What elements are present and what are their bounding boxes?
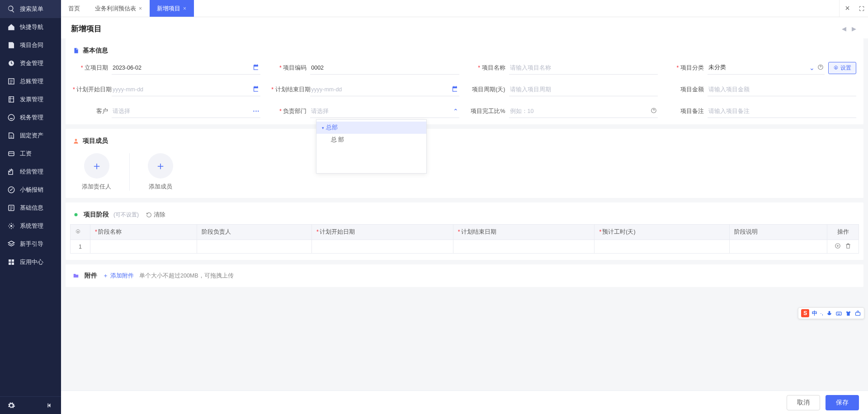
svg-rect-2 — [9, 152, 14, 156]
tab-close-icon[interactable]: × — [183, 5, 186, 12]
amount-input[interactable] — [708, 83, 856, 96]
tab-close-icon[interactable]: × — [139, 5, 142, 12]
collapse-icon[interactable] — [46, 401, 54, 409]
proj-name-input[interactable] — [509, 61, 658, 75]
tab-label: 新增项目 — [157, 5, 180, 13]
sidebar-item-8[interactable]: 经营管理 — [0, 163, 61, 181]
svg-point-11 — [835, 67, 837, 69]
add-member-button[interactable]: ＋ — [148, 153, 173, 179]
dept-select[interactable] — [310, 104, 459, 118]
tabbar-close-button[interactable]: × — [839, 0, 855, 17]
calendar-icon[interactable] — [253, 85, 259, 94]
sidebar-item-7[interactable]: 工资 — [0, 145, 61, 163]
keyboard-icon[interactable] — [835, 310, 842, 317]
svg-point-5 — [10, 225, 13, 227]
label-proj-code: 项目编码 — [271, 64, 310, 72]
doc-icon — [73, 47, 79, 54]
sidebar-item-13[interactable]: 应用中心 — [0, 253, 61, 271]
remark-input[interactable] — [708, 104, 856, 118]
sogou-logo-icon: S — [801, 309, 809, 317]
person-icon — [73, 138, 79, 144]
sidebar-item-label: 基础信息 — [20, 204, 43, 212]
sidebar-item-10[interactable]: 基础信息 — [0, 199, 61, 217]
sidebar-item-label: 快捷导航 — [20, 23, 43, 31]
section-stages-title: 项目阶段 — [84, 211, 109, 219]
delete-row-icon[interactable] — [845, 243, 851, 249]
help-icon[interactable] — [817, 64, 824, 72]
svg-point-15 — [77, 231, 79, 232]
page-title: 新增项目 — [71, 24, 102, 34]
sidebar-item-9[interactable]: 小畅报销 — [0, 181, 61, 199]
dropdown-item-root[interactable]: ▾总部 — [316, 122, 426, 134]
calendar-icon[interactable] — [452, 85, 458, 94]
tab-2[interactable]: 新增项目 × — [150, 0, 194, 17]
sidebar-item-2[interactable]: 资金管理 — [0, 54, 61, 72]
add-owner-button[interactable]: ＋ — [84, 153, 109, 179]
sidebar-search[interactable]: 搜索菜单 — [0, 0, 61, 18]
dropdown-item-child[interactable]: 总 部 — [316, 134, 426, 146]
col-stage-start: 计划开始日期 — [311, 225, 453, 240]
add-attachment-button[interactable]: ＋ 添加附件 — [103, 272, 134, 280]
skin-icon[interactable] — [845, 310, 852, 317]
next-arrow-icon[interactable]: ▶ — [850, 25, 858, 32]
ime-toolbar[interactable]: S 中 ·, — [798, 307, 864, 319]
mic-icon[interactable] — [826, 310, 833, 317]
label-remark: 项目备注 — [669, 108, 708, 115]
add-row-icon[interactable] — [835, 243, 841, 249]
row-index: 1 — [71, 240, 90, 254]
sidebar-item-label: 项目合同 — [20, 41, 43, 49]
table-row[interactable]: 1 — [71, 240, 859, 254]
toolbox-icon[interactable] — [854, 310, 861, 317]
svg-point-13 — [75, 139, 77, 141]
plan-end-input[interactable] — [310, 83, 459, 96]
proj-code-input[interactable] — [310, 61, 459, 75]
cancel-button[interactable]: 取消 — [787, 395, 820, 410]
sidebar-item-label: 总账管理 — [20, 77, 43, 85]
sidebar-item-label: 发票管理 — [20, 95, 43, 104]
sidebar-icon-10 — [7, 204, 15, 212]
proj-class-select[interactable] — [708, 61, 825, 75]
complete-input[interactable] — [509, 104, 658, 118]
sidebar-item-4[interactable]: 发票管理 — [0, 90, 61, 108]
col-stage-name: 阶段名称 — [90, 225, 197, 240]
col-stage-hours: 预计工时(天) — [594, 225, 730, 240]
fullscreen-icon[interactable] — [855, 0, 868, 17]
section-members-title: 项目成员 — [83, 137, 108, 145]
svg-rect-7 — [12, 259, 14, 262]
gear-icon[interactable] — [75, 229, 81, 235]
customer-select[interactable] — [112, 104, 260, 118]
stages-table: 阶段名称 阶段负责人 计划开始日期 计划结束日期 预计工时(天) 阶段说明 操作… — [70, 224, 859, 254]
classify-settings-button[interactable]: 设置 — [828, 62, 856, 74]
help-icon[interactable] — [651, 108, 657, 115]
sidebar-icon-9 — [7, 186, 15, 194]
duration-input[interactable] — [509, 83, 658, 96]
tab-1[interactable]: 业务利润预估表 × — [88, 0, 150, 17]
svg-point-1 — [8, 114, 14, 121]
calendar-icon[interactable] — [253, 64, 259, 72]
member-label: 添加成员 — [149, 183, 172, 191]
clear-stages-button[interactable]: 清除 — [146, 211, 165, 219]
chevron-down-icon[interactable]: ⌄ — [809, 64, 815, 71]
ime-punct-icon[interactable]: ·, — [820, 310, 823, 316]
proj-date-input[interactable] — [112, 61, 260, 75]
save-button[interactable]: 保存 — [826, 395, 859, 410]
ime-lang[interactable]: 中 — [812, 310, 817, 317]
sidebar-item-0[interactable]: 快捷导航 — [0, 18, 61, 36]
sidebar-item-5[interactable]: 税务管理 — [0, 108, 61, 127]
sidebar-item-12[interactable]: 新手引导 — [0, 235, 61, 253]
plan-start-input[interactable] — [112, 83, 260, 96]
label-customer: 客户 — [73, 108, 112, 115]
sidebar-item-1[interactable]: 项目合同 — [0, 36, 61, 54]
tab-bar: 首页 业务利润预估表 × 新增项目 × × — [61, 0, 868, 17]
sidebar-item-3[interactable]: 总账管理 — [0, 72, 61, 90]
tab-0[interactable]: 首页 — [61, 0, 88, 17]
sidebar-item-11[interactable]: 系统管理 — [0, 217, 61, 235]
sidebar-item-6[interactable]: 固定资产 — [0, 127, 61, 145]
stage-icon — [73, 212, 79, 218]
sidebar-icon-1 — [7, 41, 15, 49]
sidebar-item-label: 系统管理 — [20, 222, 43, 230]
more-icon[interactable]: ··· — [253, 108, 260, 115]
chevron-up-icon[interactable]: ⌃ — [453, 108, 458, 115]
prev-arrow-icon[interactable]: ◀ — [840, 25, 848, 32]
settings-icon[interactable] — [7, 401, 15, 409]
